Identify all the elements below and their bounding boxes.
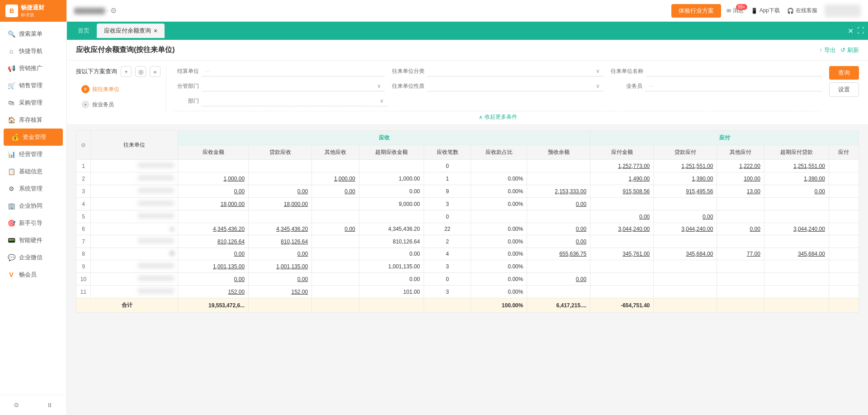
footer-ar-overdue [359,298,424,313]
th-ap-other: 其他应付 [717,145,764,160]
filter-group-dept: 分管部门 ∨ [174,81,385,91]
breadcrumb-arrow: › [107,8,108,14]
sidebar-item-purchase[interactable]: 🛍 采购管理 [0,94,66,111]
sidebar-item-label: 企业协同 [19,202,42,210]
partner-nature-select[interactable]: ∨ [427,81,603,91]
sidebar-item-marketing[interactable]: 📢 营销推广 [0,60,66,77]
table-settings-icon[interactable]: ⚙ [81,142,86,148]
topbar-right: ✉ 消息 99+ 📱 App下载 🎧 在线客服 [726,5,861,17]
dept-label: 分管部门 [174,82,199,90]
logo-sub: 标准版 [21,12,34,18]
sidebar-item-label: 搜索菜单 [19,30,42,38]
service-label: 在线客服 [796,7,817,14]
filter-area: 按以下方案查询 + ◎ « B 按往来单位 ● 按业务员 [67,61,868,125]
app-download-btn[interactable]: 📱 App下载 [751,7,780,14]
dept-select[interactable]: ∨ [202,81,385,91]
sidebar-item-sales[interactable]: 🛒 销售管理 [0,77,66,94]
collapse-label: 收起更多条件 [485,113,517,121]
user-avatar[interactable] [825,5,861,17]
sidebar-item-operations[interactable]: 📊 经营管理 [0,146,66,163]
th-ap-loan: 贷款应付 [654,145,717,160]
table-row: 100.000.000.0000.00%0.00 [76,273,859,286]
sidebar-item-finance[interactable]: 💰 资金管理 [4,129,63,146]
setting-btn[interactable]: 设置 [829,82,859,97]
query-btn[interactable]: 查询 [829,66,859,80]
online-service-btn[interactable]: 🎧 在线客服 [787,7,817,14]
partner-name-input[interactable] [646,66,822,76]
footer-ap-amount: -654,751.40 [590,298,654,313]
sidebar-item-label: 基础信息 [19,167,42,176]
export-btn[interactable]: ↑ 导出 [820,46,836,54]
table-container: ⚙ 往来单位 应收 应付 应收金额 贷款应收 其他应收 超期应收金额 [67,125,868,415]
filter-fields: 结算单位 ··· 往来单位分类 ∨ [174,66,822,124]
sidebar-item-member[interactable]: V 畅会员 [0,266,66,283]
sidebar-settings-btn[interactable]: ⚙ [11,399,22,411]
th-ap-amount: 应付金额 [590,145,654,160]
filter-row-2: 分管部门 ∨ 往来单位性质 ∨ [174,81,822,91]
member-icon: V [7,271,15,279]
industry-solution-btn[interactable]: 体验行业方案 [671,4,721,18]
collapse-btn[interactable]: ∧ 收起更多条件 [174,111,822,124]
table-footer-row: 合计 19,553,472,6... 100.00% 6,417,215....… [76,298,859,313]
sidebar-item-search-menu[interactable]: 🔍 搜索菜单 [0,25,66,43]
tab-close-all-btn[interactable]: ✕ [848,27,854,35]
settings-scheme-btn[interactable]: ◎ [135,66,146,77]
sidebar-item-label: 智能硬件 [19,236,42,244]
refresh-btn[interactable]: ↺ 刷新 [840,46,859,54]
collapse-scheme-btn[interactable]: « [150,66,160,77]
th-ar-count: 应收笔数 [424,145,471,160]
footer-label: 合计 [76,298,178,313]
message-icon: ✉ [726,8,731,14]
tabbar: 首页 应收应付余额查询 × ✕ ⛶ [67,22,868,40]
tab-home[interactable]: 首页 [71,24,97,38]
tab-ar-ap-label: 应收应付余额查询 [104,27,151,35]
topbar-breadcrumb: ████████ › ⚙ [74,6,666,15]
table-row: 418,000.0018,000.009,000.0030.00%0.00 [76,198,859,210]
th-ar-overdue: 超期应收金额 [359,145,424,160]
sidebar-nav: 🔍 搜索菜单 ⌂ 快捷导航 📢 营销推广 🛒 销售管理 🛍 采购管理 🏠 [0,22,66,395]
settlement-input[interactable]: ··· [202,66,385,76]
partner-type-select[interactable]: ∨ [427,66,603,76]
salesperson-input[interactable]: ··· [645,81,822,91]
th-ar-ratio: 应收款占比 [471,145,527,160]
table-row: 11152.00152.00101.0030.00% [76,286,859,298]
scheme-item-partner[interactable]: B 按往来单位 [76,81,160,97]
tab-close-btn[interactable]: × [154,27,157,34]
th-ap-overdue: 超期应付贷款 [764,145,829,160]
message-btn[interactable]: ✉ 消息 99+ [726,7,744,14]
sidebar-item-corp[interactable]: 🏢 企业协同 [0,197,66,215]
table-row: 101,252,773.001,251,551.001,222.001,251,… [76,160,859,172]
tab-ar-ap[interactable]: 应收应付余额查询 × [97,24,165,38]
dept2-select[interactable]: ∨ [202,96,387,106]
export-label: 导出 [824,46,836,54]
add-scheme-btn[interactable]: + [121,66,132,77]
sidebar-item-hardware[interactable]: 📟 智能硬件 [0,232,66,249]
logo-text: 畅捷通财 [21,4,44,12]
operations-icon: 📊 [7,150,15,158]
table-row: 8P0.000.000.0040.00%655,636.75345,761.00… [76,248,859,260]
page-header: 应收应付余额查询(按往来单位) ↑ 导出 ↺ 刷新 [67,40,868,61]
th-ar-other: 其他应收 [312,145,359,160]
sidebar-item-system[interactable]: ⚙ 系统管理 [0,180,66,197]
tab-fullscreen-btn[interactable]: ⛶ [857,27,864,35]
sidebar-item-quick-nav[interactable]: ⌂ 快捷导航 [0,43,66,60]
finance-icon: 💰 [11,133,19,141]
topbar-gear-btn[interactable]: ⚙ [110,6,117,15]
sidebar-item-guide[interactable]: 🎯 新手引导 [0,215,66,232]
tabbar-controls: ✕ ⛶ [848,27,864,35]
scheme-partner-label: 按往来单位 [92,86,119,93]
sidebar-item-label: 资金管理 [23,133,46,141]
sidebar-item-wechat[interactable]: 💬 企业微信 [0,249,66,266]
scheme-selector: 按以下方案查询 + ◎ « B 按往来单位 ● 按业务员 [76,66,166,112]
sidebar-item-label: 经营管理 [19,150,42,158]
sales-icon: 🛒 [7,81,15,90]
sidebar-collapse-btn[interactable]: ⏸ [44,399,56,411]
sidebar-item-base-info[interactable]: 📋 基础信息 [0,163,66,180]
sidebar-item-label: 企业微信 [19,253,42,262]
scheme-item-salesperson[interactable]: ● 按业务员 [76,97,160,112]
th-settings[interactable]: ⚙ [76,131,91,160]
sidebar-item-inventory[interactable]: 🏠 库存核算 [0,111,66,129]
page-header-actions: ↑ 导出 ↺ 刷新 [820,46,859,54]
page-title: 应收应付余额查询(按往来单位) [76,45,175,55]
table-scroll[interactable]: ⚙ 往来单位 应收 应付 应收金额 贷款应收 其他应收 超期应收金额 [76,130,859,313]
